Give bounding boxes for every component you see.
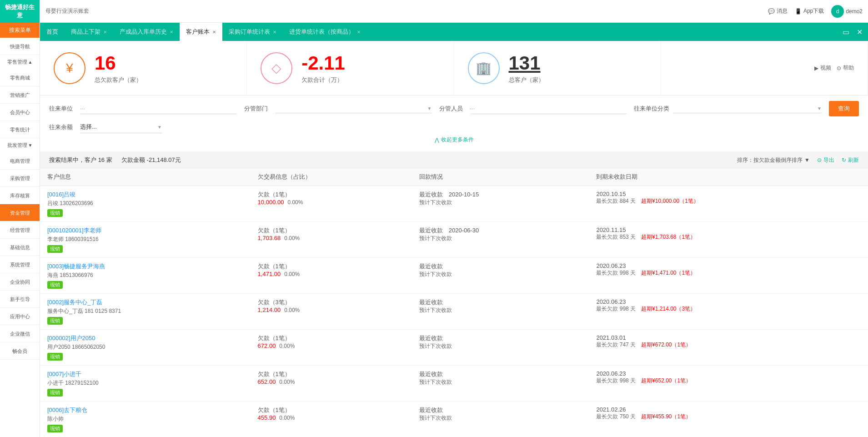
debt-amount-0: 10,000.00 xyxy=(258,199,284,206)
stat-debt-customers: ¥ 16 总欠款客户（家） xyxy=(40,41,247,95)
due-date-2: 2020.06.23 xyxy=(596,262,861,269)
sidebar-item-ecommerce[interactable]: 电商管理 xyxy=(0,152,40,170)
due-date-cell-3: 2020.06.23 最长欠款 998 天 超期¥1,214.00（3笔） xyxy=(589,294,868,330)
customer-name-3[interactable]: [0002]服务中心_丁磊 xyxy=(47,299,102,306)
debt-info-cell-3: 欠款（3笔） 1,214.00 0.00% xyxy=(251,294,412,330)
app-download-btn[interactable]: 📱 App下载 xyxy=(795,7,824,15)
customer-name-0[interactable]: [0016]吕竣 xyxy=(47,191,75,198)
branch-dept-select[interactable]: ▼ xyxy=(275,104,432,113)
tab-product-history[interactable]: 产成品入库单历史 ✕ xyxy=(113,23,180,41)
sidebar-item-retail-mall[interactable]: 零售商城 xyxy=(0,69,40,86)
customer-name-2[interactable]: [0003]畅捷服务尹海燕 xyxy=(47,263,105,270)
sort-selector[interactable]: 排序：按欠款金额倒序排序 ▼ xyxy=(737,156,810,164)
sidebar-item-enterprise-collab[interactable]: 企业协同 xyxy=(0,273,40,291)
message-btn[interactable]: 💬 消息 xyxy=(768,7,788,15)
overdue-amount-link-2[interactable]: 超期¥1,471.00（1笔） xyxy=(641,270,696,276)
collapse-up-icon: ⋀ xyxy=(435,137,439,143)
recovery-cell-3: 最近收款 预计下次收款 xyxy=(412,294,589,330)
sidebar-item-batch-mgmt[interactable]: 批发管理 ▼ xyxy=(0,138,40,152)
newbie-label: 新手引导 xyxy=(2,296,38,303)
tab-product-toggle[interactable]: 商品上下架 ✕ xyxy=(65,23,113,41)
tab-purchase-stats[interactable]: 进货单统计表（按商品） ✕ xyxy=(283,23,367,41)
customer-info-cell-5: [0007]小进千 小进千 18279152100 现销 xyxy=(40,366,251,402)
overdue-days-2: 最长欠款 998 天 超期¥1,471.00（1笔） xyxy=(596,269,861,277)
overdue-amount-link-4[interactable]: 超期¥672.00（1笔） xyxy=(641,342,691,348)
filter-branch-dept: 分管部门 ▼ xyxy=(244,104,432,113)
last-payment-label-3: 最近收款 xyxy=(419,298,582,306)
sidebar-item-basic-info[interactable]: 基础信息 xyxy=(0,239,40,256)
customer-name-6[interactable]: [0006]去下粮仓 xyxy=(47,407,87,413)
sidebar-item-marketing[interactable]: 营销推广 xyxy=(0,86,40,104)
overdue-days-4: 最长欠款 747 天 超期¥672.00（1笔） xyxy=(596,341,861,349)
sidebar-item-capital[interactable]: 资金管理 xyxy=(0,204,40,221)
customer-name-1[interactable]: [0001020001]李老师 xyxy=(47,227,101,234)
debt-percent-0: 0.00% xyxy=(287,199,303,206)
user-name: demo2 xyxy=(846,8,863,15)
overdue-amount-link-3[interactable]: 超期¥1,214.00（3笔） xyxy=(641,306,696,312)
video-btn[interactable]: ▶ 视频 xyxy=(814,64,831,72)
stat-help-area: ▶ 视频 ⊙ 帮助 xyxy=(661,41,868,95)
tab-customer-account-close[interactable]: ✕ xyxy=(212,30,216,35)
sidebar-item-app-center[interactable]: 应用中心 xyxy=(0,308,40,325)
customer-tag-6: 现销 xyxy=(47,425,63,432)
search-prefix: 搜索结果中，客户 xyxy=(49,156,96,163)
tab-product-toggle-close[interactable]: ✕ xyxy=(103,30,107,35)
tabbar-close-btn[interactable]: ✕ xyxy=(855,26,864,38)
user-avatar-btn[interactable]: d demo2 xyxy=(831,5,863,18)
customer-contact-2: 海燕 18513066976 xyxy=(47,271,243,279)
yuan-icon: ¥ xyxy=(66,61,73,75)
sidebar-item-enterprise-wechat[interactable]: 企业微信 xyxy=(0,325,40,342)
refresh-btn[interactable]: ↻ 刷新 xyxy=(842,156,859,164)
sidebar-item-inventory[interactable]: 库存核算 xyxy=(0,187,40,204)
debt-count-6: 欠款（1笔） xyxy=(258,406,405,414)
tab-home-label: 首页 xyxy=(46,28,58,36)
sidebar-item-member[interactable]: 会员中心 xyxy=(0,104,40,121)
overdue-days-3: 最长欠款 998 天 超期¥1,214.00（3笔） xyxy=(596,305,861,313)
export-btn[interactable]: ⊙ 导出 xyxy=(817,156,834,164)
branch-dept-arrow: ▼ xyxy=(427,106,432,111)
due-date-cell-4: 2021.03.01 最长欠款 747 天 超期¥672.00（1笔） xyxy=(589,330,868,366)
collapse-filter-btn[interactable]: ⋀ 收起更多条件 xyxy=(49,133,859,146)
debt-count-4: 欠款（1笔） xyxy=(258,334,405,342)
overdue-amount-link-5[interactable]: 超期¥652.00（1笔） xyxy=(641,377,691,384)
sidebar-nav: 快捷导航 零售管理 ▲ 零售商城 营销推广 会员中心 零售统计 批发管理 ▼ 电… xyxy=(0,38,40,437)
last-payment-label-6: 最近收款 xyxy=(419,406,582,414)
overdue-amount-link-0[interactable]: 超期¥10,000.00（1笔） xyxy=(641,198,699,204)
debt-count-3: 欠款（3笔） xyxy=(258,298,405,306)
source-unit-category-select[interactable]: ▼ xyxy=(673,104,822,113)
sidebar-item-member-vip[interactable]: 畅会员 xyxy=(0,342,40,360)
tab-product-history-close[interactable]: ✕ xyxy=(170,30,173,35)
tab-purchase-order[interactable]: 采购订单统计表 ✕ xyxy=(222,23,283,41)
tab-customer-account-label: 客户账本 xyxy=(186,28,210,36)
sidebar-item-operations[interactable]: 经营管理 xyxy=(0,221,40,239)
tabbar: 首页 商品上下架 ✕ 产成品入库单历史 ✕ 客户账本 ✕ 采购订单统计表 ✕ 进… xyxy=(40,23,868,41)
diamond-icon: ◇ xyxy=(271,60,281,75)
tabbar-restore-btn[interactable]: ▭ xyxy=(841,26,851,38)
tab-purchase-stats-close[interactable]: ✕ xyxy=(357,30,361,35)
customer-name-4[interactable]: [000002]用户2050 xyxy=(47,335,95,342)
overdue-days-5: 最长欠款 998 天 超期¥652.00（1笔） xyxy=(596,377,861,385)
balance-select[interactable]: 选择... ▼ xyxy=(80,121,162,133)
sidebar-item-newbie[interactable]: 新手引导 xyxy=(0,291,40,308)
overdue-amount-link-1[interactable]: 超期¥1,703.68（1笔） xyxy=(641,234,696,240)
sidebar-item-retail-mgmt[interactable]: 零售管理 ▲ xyxy=(0,55,40,69)
tab-home[interactable]: 首页 xyxy=(40,23,65,41)
debt-amount-2: 1,471.00 xyxy=(258,271,281,277)
customer-name-5[interactable]: [0007]小进千 xyxy=(47,371,81,377)
last-payment-label-1: 最近收款 2020-06-30 xyxy=(419,226,582,235)
video-label: 视频 xyxy=(820,64,831,72)
sidebar-item-system[interactable]: 系统管理 xyxy=(0,256,40,273)
basic-info-label: 基础信息 xyxy=(2,244,38,251)
sidebar-item-retail-stats[interactable]: 零售统计 xyxy=(0,121,40,138)
search-menu-btn[interactable]: 搜索菜单 xyxy=(0,23,40,38)
sidebar-item-purchase[interactable]: 采购管理 xyxy=(0,170,40,187)
tab-purchase-order-close[interactable]: ✕ xyxy=(273,30,276,35)
tab-customer-account[interactable]: 客户账本 ✕ xyxy=(180,23,222,41)
overdue-amount-link-6[interactable]: 超期¥455.90（1笔） xyxy=(641,413,691,420)
sidebar-item-quick-nav[interactable]: 快捷导航 xyxy=(0,38,40,55)
stat-total-customers: 🏢 131 总客户（家） xyxy=(454,41,661,95)
help-btn[interactable]: ⊙ 帮助 xyxy=(837,64,854,72)
search-button[interactable]: 查询 xyxy=(829,101,859,116)
due-date-5: 2020.06.23 xyxy=(596,370,861,377)
debt-info-cell-5: 欠款（1笔） 652.00 0.00% xyxy=(251,366,412,402)
